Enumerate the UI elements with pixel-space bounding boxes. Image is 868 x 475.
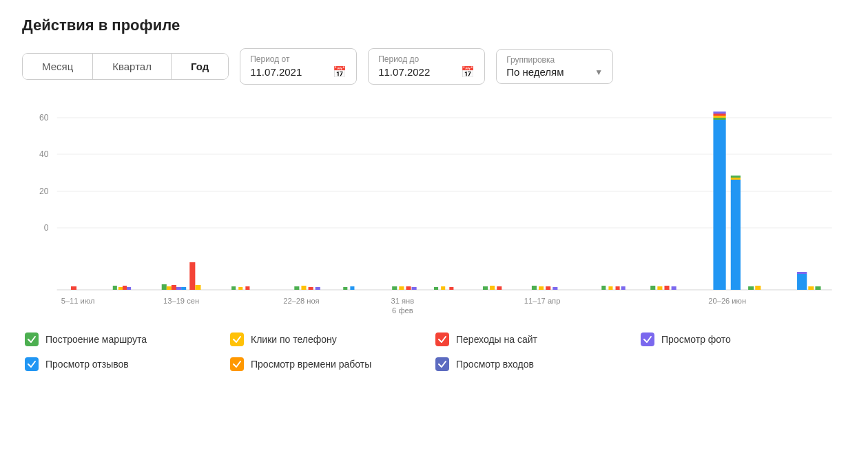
svg-rect-38	[449, 287, 453, 290]
svg-text:60: 60	[39, 113, 49, 123]
grouping-label: Группировка	[506, 55, 603, 65]
chart-area: 60 40 20 0	[22, 104, 846, 324]
svg-rect-17	[167, 286, 172, 290]
svg-rect-26	[294, 286, 299, 290]
legend-item-0[interactable]: Построение маршрута	[25, 332, 230, 346]
controls-bar: Месяц Квартал Год Период от 11.07.2021 📅…	[22, 48, 846, 85]
svg-rect-42	[532, 286, 537, 290]
svg-text:40: 40	[39, 149, 49, 159]
period-tabs: Месяц Квартал Год	[22, 53, 229, 80]
legend-item-1[interactable]: Клики по телефону	[230, 332, 435, 346]
legend-item-5[interactable]: Просмотр времени работы	[230, 357, 435, 371]
svg-text:5–11 июл: 5–11 июл	[61, 297, 95, 305]
period-from-label: Период от	[250, 54, 347, 64]
legend-checkbox-0	[25, 332, 39, 346]
svg-rect-62	[748, 286, 754, 290]
svg-rect-36	[434, 287, 438, 290]
svg-rect-23	[231, 286, 236, 290]
grouping-value: По неделям	[506, 66, 564, 78]
svg-rect-67	[815, 286, 820, 290]
svg-rect-18	[172, 285, 176, 290]
svg-rect-57	[713, 114, 725, 116]
svg-text:22–28 ноя: 22–28 ноя	[283, 297, 319, 305]
svg-rect-49	[621, 286, 626, 290]
legend-checkbox-3	[641, 332, 654, 346]
legend-label-4: Просмотр отзывов	[45, 359, 129, 370]
svg-rect-58	[713, 112, 725, 114]
legend-checkbox-6	[435, 357, 449, 371]
svg-text:20–26 июн: 20–26 июн	[708, 297, 746, 305]
svg-text:6 фев: 6 фев	[392, 306, 413, 315]
calendar-from-icon: 📅	[333, 65, 347, 78]
svg-rect-28	[309, 287, 313, 290]
legend-item-2[interactable]: Переходы на сайт	[435, 332, 641, 346]
svg-rect-14	[123, 286, 127, 290]
tab-month[interactable]: Месяц	[23, 54, 92, 79]
svg-rect-15	[127, 287, 131, 290]
period-from-value: 11.07.2021	[250, 66, 302, 78]
svg-rect-52	[664, 286, 669, 290]
svg-text:0: 0	[44, 223, 49, 233]
svg-rect-66	[808, 286, 814, 290]
svg-rect-31	[350, 286, 354, 290]
svg-rect-13	[118, 287, 123, 290]
svg-rect-21	[189, 262, 195, 290]
svg-rect-47	[608, 286, 612, 290]
svg-rect-44	[546, 286, 550, 290]
chevron-down-icon: ▼	[595, 67, 603, 77]
svg-rect-20	[181, 287, 186, 290]
svg-text:20: 20	[39, 187, 49, 196]
svg-rect-10	[71, 286, 76, 290]
legend-label-0: Построение маршрута	[45, 334, 147, 345]
svg-rect-19	[176, 287, 181, 290]
svg-rect-55	[713, 118, 725, 120]
period-to-label: Период до	[378, 54, 475, 64]
svg-rect-12	[113, 286, 117, 290]
svg-rect-53	[672, 286, 676, 290]
svg-rect-65	[797, 272, 807, 274]
calendar-to-icon: 📅	[461, 65, 475, 78]
legend-label-2: Переходы на сайт	[456, 334, 537, 345]
svg-rect-30	[343, 287, 347, 290]
svg-rect-29	[316, 287, 320, 290]
svg-text:13–19 сен: 13–19 сен	[163, 297, 199, 305]
svg-rect-32	[392, 286, 397, 290]
svg-text:31 янв: 31 янв	[391, 297, 415, 305]
svg-rect-27	[301, 286, 306, 290]
svg-rect-50	[650, 286, 655, 290]
svg-rect-63	[755, 286, 761, 290]
svg-rect-64	[797, 274, 807, 290]
svg-rect-24	[238, 287, 242, 290]
legend-label-5: Просмотр времени работы	[251, 359, 371, 370]
legend-item-3[interactable]: Просмотр фото	[641, 332, 846, 346]
legend-item-4[interactable]: Просмотр отзывов	[25, 357, 230, 371]
legend-label-3: Просмотр фото	[661, 334, 731, 345]
svg-rect-46	[601, 286, 606, 290]
legend-checkbox-1	[230, 332, 244, 346]
page-title: Действия в профиле	[22, 17, 846, 34]
period-from-field[interactable]: Период от 11.07.2021 📅	[240, 48, 357, 85]
legend-checkbox-4	[25, 357, 39, 371]
legend-label-6: Просмотр входов	[456, 359, 534, 370]
svg-rect-22	[195, 285, 200, 290]
svg-rect-34	[406, 286, 411, 290]
tab-quarter[interactable]: Квартал	[92, 54, 171, 79]
tab-year[interactable]: Год	[171, 54, 228, 79]
svg-rect-39	[483, 286, 488, 290]
svg-rect-16	[162, 284, 167, 290]
legend-item-6[interactable]: Просмотр входов	[435, 357, 641, 371]
period-to-field[interactable]: Период до 11.07.2022 📅	[368, 48, 485, 85]
svg-rect-54	[713, 120, 725, 290]
svg-rect-56	[713, 116, 725, 118]
svg-rect-41	[497, 286, 502, 290]
bar-chart: 60 40 20 0	[22, 104, 846, 324]
svg-rect-48	[616, 286, 620, 290]
legend: Построение маршрута Клики по телефону Пе…	[22, 332, 846, 371]
svg-rect-60	[731, 178, 741, 180]
svg-rect-33	[399, 286, 404, 290]
svg-rect-51	[657, 286, 662, 290]
grouping-field[interactable]: Группировка По неделям ▼	[496, 49, 613, 84]
svg-rect-59	[731, 180, 741, 290]
svg-rect-37	[441, 286, 445, 290]
svg-rect-35	[412, 287, 417, 290]
